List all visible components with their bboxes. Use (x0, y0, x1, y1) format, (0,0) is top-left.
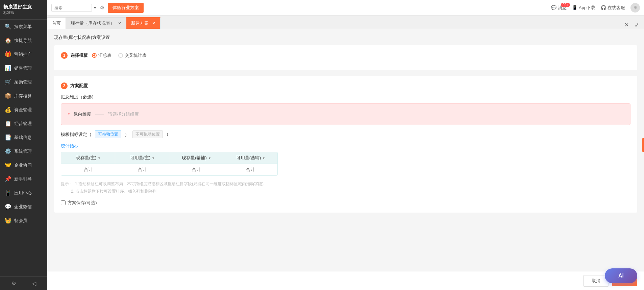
home-tab-label: 首页 (52, 20, 61, 26)
sidebar-bottom: ⚙ ◁ (0, 276, 47, 290)
sidebar-item-label: 营销推广 (14, 51, 32, 57)
sidebar-item-basic[interactable]: 📑 基础信息 (0, 130, 47, 144)
sidebar-item-inventory[interactable]: 📦 库存核算 (0, 89, 47, 103)
stats-col2-label: 可用量(主) (130, 155, 151, 161)
doc-icon: 📑 (5, 134, 11, 141)
stats-col3-header[interactable]: 现存量(基辅) ▾ (169, 152, 223, 164)
col3-dropdown-icon[interactable]: ▾ (209, 156, 210, 160)
sidebar-item-app-center[interactable]: 📱 应用中心 (0, 186, 47, 200)
stats-cell-1-1: 合计 (61, 164, 115, 175)
indicator-settings: 模板指标设定（ 可拖动位置 ） 不可拖动位置 ） (61, 130, 630, 138)
inventory-tab-close-icon[interactable]: ✕ (118, 21, 121, 26)
user-avatar[interactable]: 用 (630, 3, 640, 13)
template-radio-group: 汇总表 交叉统计表 (92, 52, 147, 58)
sidebar-item-newcomer[interactable]: 📌 新手引导 (0, 172, 47, 186)
sidebar-item-label: 企业微信 (14, 204, 32, 210)
indicator-label-end2: ） (166, 131, 171, 138)
tab-inventory-status[interactable]: 现存量（库存状况表） ✕ (66, 17, 126, 29)
step1-label: 选择模板 (70, 52, 88, 58)
step2-label: 方案配置 (70, 83, 88, 89)
col1-dropdown-icon[interactable]: ▾ (98, 156, 100, 160)
radio-summary[interactable]: 汇总表 (92, 52, 112, 58)
col4-dropdown-icon[interactable]: ▾ (263, 156, 265, 160)
chevron-down-icon[interactable]: ▾ (94, 5, 96, 10)
new-plan-tab-close-icon[interactable]: ✕ (152, 21, 155, 26)
stats-table: 现存量(主) ▾ 可用量(主) ▾ 现存量(基辅) ▾ 可用量(基辅) (61, 152, 278, 176)
right-panel: ▾ ⚙ 体验行业方案 💬 消息 99+ 📱 App下载 🎧 在线客服 用 首页 (47, 0, 644, 290)
save-checkbox[interactable] (61, 200, 66, 205)
sidebar-item-system[interactable]: ⚙️ 系统管理 (0, 144, 47, 158)
sidebar-item-label: 资金管理 (14, 107, 32, 113)
step1-num: 1 (61, 52, 68, 59)
resize-handle[interactable] (642, 138, 644, 152)
tab-home[interactable]: 首页 (47, 17, 66, 29)
trial-btn[interactable]: 体验行业方案 (108, 3, 144, 13)
search-input[interactable] (51, 4, 92, 12)
online-service-btn[interactable]: 🎧 在线客服 (601, 5, 625, 11)
sidebar-item-label: 库存核算 (14, 93, 32, 99)
required-mark: * (68, 112, 70, 117)
indicator-label-end: ） (125, 131, 129, 138)
sound-btn[interactable]: ◁ (32, 280, 36, 287)
home-icon: 🏠 (5, 37, 11, 44)
step1-header: 1 选择模板 汇总表 交叉统计表 (61, 52, 630, 59)
settings-btn[interactable]: ⚙ (11, 280, 16, 287)
stats-section: 统计指标 现存量(主) ▾ 可用量(主) ▾ 现存量(基辅) (61, 143, 630, 176)
chart-icon: 📊 (5, 65, 11, 71)
sidebar-item-enterprise-wechat[interactable]: 💬 企业微信 (0, 200, 47, 214)
sidebar-item-finance[interactable]: 💰 资金管理 (0, 103, 47, 117)
sidebar-item-enterprise[interactable]: 🤝 企业协同 (0, 158, 47, 172)
expand-dialog-icon[interactable]: ⤢ (633, 21, 641, 29)
dimension-box: * 纵向维度 —— 请选择分组维度 (61, 103, 630, 125)
handshake-icon: 🤝 (5, 162, 11, 168)
messages-btn[interactable]: 💬 消息 99+ (551, 5, 567, 11)
sidebar-item-operation[interactable]: 📋 经营管理 (0, 117, 47, 130)
dimension-placeholder[interactable]: 请选择分组维度 (108, 111, 139, 117)
sidebar-item-label: 快捷导航 (14, 38, 32, 44)
money-icon: 💰 (5, 106, 11, 113)
stats-cell-1-3: 合计 (169, 164, 223, 175)
radio-cross[interactable]: 交叉统计表 (118, 52, 147, 58)
step2-num: 2 (61, 82, 68, 89)
stats-title: 统计指标 (61, 143, 630, 149)
tip-item-1: 提示： 1.拖动标题栏可以调整布局，不可跨维度或指标区域拖动栏目字段(只能在同一… (61, 180, 630, 188)
tips-section: 提示： 1.拖动标题栏可以调整布局，不可跨维度或指标区域拖动栏目字段(只能在同一… (61, 180, 630, 195)
sidebar-item-label: 采购管理 (14, 79, 32, 85)
box-icon: 📦 (5, 93, 11, 99)
radio-circle-cross (118, 53, 123, 58)
stats-col4-header[interactable]: 可用量(基辅) ▾ (223, 152, 277, 164)
stats-col1-header[interactable]: 现存量(主) ▾ (61, 152, 115, 164)
dimension-dash: —— (95, 112, 104, 117)
msg-badge: 99+ (561, 3, 570, 7)
app-download-btn[interactable]: 📱 App下载 (572, 5, 595, 11)
headset-icon: 🎧 (601, 5, 606, 10)
sidebar-item-marketing[interactable]: 🎁 营销推广 (0, 47, 47, 61)
step2-header: 2 方案配置 (61, 82, 630, 89)
app-logo: 畅康通好生意 标准版 (0, 0, 47, 20)
sidebar-item-label: 畅会员 (14, 218, 27, 224)
footer-bar: 取消 查询 (47, 271, 644, 290)
settings-gear-icon[interactable]: ⚙ (100, 4, 104, 11)
topbar-right: 💬 消息 99+ 📱 App下载 🎧 在线客服 用 (551, 3, 640, 13)
ai-float-button[interactable]: Ai (605, 268, 637, 283)
app-title: 畅康通好生意 (3, 4, 44, 10)
search-icon: 🔍 (5, 23, 11, 30)
indicator-label-text: 模板指标设定（ (61, 131, 92, 138)
tab-new-plan[interactable]: 新建方案 ✕ (126, 17, 160, 29)
sidebar-item-sales[interactable]: 📊 销售管理 (0, 61, 47, 75)
radio-summary-label: 汇总表 (98, 52, 112, 58)
sidebar-item-purchase[interactable]: 🛒 采购管理 (0, 75, 47, 89)
stats-col3-label: 现存量(基辅) (182, 155, 207, 161)
page-title: 现存量(库存状况表)方案设置 (54, 34, 637, 41)
sidebar-item-label: 经营管理 (14, 121, 32, 127)
sidebar: 畅康通好生意 标准版 🔍 搜索菜单 🏠 快捷导航 🎁 营销推广 📊 销售管理 🛒… (0, 0, 47, 290)
close-dialog-icon[interactable]: ✕ (622, 21, 630, 29)
sidebar-item-quick-nav[interactable]: 🏠 快捷导航 (0, 33, 47, 47)
sidebar-item-search[interactable]: 🔍 搜索菜单 (0, 20, 47, 33)
app-label: App下载 (579, 5, 595, 11)
sidebar-item-vip[interactable]: 👑 畅会员 (0, 214, 47, 227)
pin-icon: 📌 (5, 176, 11, 182)
stats-col2-header[interactable]: 可用量(主) ▾ (115, 152, 169, 164)
col2-dropdown-icon[interactable]: ▾ (152, 156, 154, 160)
indicator-settings-label: 模板指标设定（ 可拖动位置 ） 不可拖动位置 ） (61, 130, 630, 138)
